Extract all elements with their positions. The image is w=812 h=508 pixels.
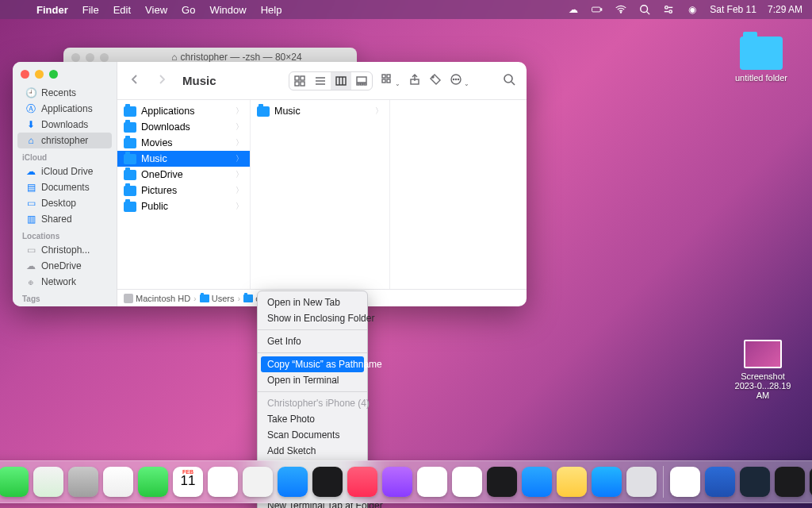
- dock-app-reminders[interactable]: [208, 467, 238, 497]
- path-crumb-users[interactable]: Users: [200, 294, 235, 303]
- terminal-zoom-icon[interactable]: [100, 53, 109, 62]
- dock-app-appletv[interactable]: [312, 467, 343, 497]
- dock-app-preview[interactable]: [278, 467, 308, 497]
- folder-icon: [124, 170, 136, 180]
- sidebar-item-network[interactable]: 🜨Network: [17, 274, 112, 290]
- dock-app-contacts[interactable]: [68, 467, 98, 497]
- view-list-button[interactable]: [310, 72, 331, 90]
- statusbar-time[interactable]: 7:29 AM: [768, 4, 802, 15]
- dock-app-notes[interactable]: [557, 467, 587, 497]
- chevron-right-icon: 〉: [375, 106, 383, 117]
- sidebar-item-home[interactable]: ⌂christopher: [17, 133, 112, 148]
- dock-app-keynote[interactable]: [522, 467, 552, 497]
- document-icon: ▤: [25, 182, 36, 193]
- action-button[interactable]: ⌄: [450, 73, 469, 89]
- svg-point-23: [456, 79, 457, 79]
- column-item-pictures[interactable]: Pictures〉: [117, 183, 250, 198]
- dock-app-calendar[interactable]: FEB11: [173, 467, 203, 497]
- dock-app-messages[interactable]: [0, 467, 29, 497]
- menu-window[interactable]: Window: [209, 4, 246, 16]
- view-columns-button[interactable]: [331, 72, 351, 90]
- menu-edit[interactable]: Edit: [113, 4, 131, 16]
- statusbar-spotlight-icon[interactable]: [638, 3, 651, 16]
- sidebar-item-onedrive[interactable]: ☁OneDrive: [17, 258, 112, 274]
- dock-app-facetime[interactable]: [138, 467, 168, 497]
- ctx-item[interactable]: Open in New Tab: [258, 294, 367, 310]
- sidebar-item-computer[interactable]: ▭Christoph...: [17, 242, 112, 258]
- dock-app-terminal[interactable]: [775, 467, 805, 497]
- sidebar-item-recents[interactable]: 🕘Recents: [17, 85, 112, 101]
- column-item-public[interactable]: Public〉: [117, 198, 250, 214]
- svg-point-2: [621, 12, 622, 13]
- view-switcher: [289, 71, 373, 90]
- nav-back-button[interactable]: [128, 73, 141, 89]
- view-icons-button[interactable]: [289, 72, 310, 90]
- statusbar-date[interactable]: Sat Feb 11: [710, 4, 756, 15]
- dock-app-word[interactable]: [705, 467, 735, 497]
- window-close-button[interactable]: [21, 70, 29, 79]
- sidebar-item-desktop[interactable]: ▭Desktop: [17, 195, 112, 211]
- ctx-item[interactable]: Add Sketch: [258, 443, 367, 459]
- ctx-item[interactable]: Scan Documents: [258, 427, 367, 443]
- share-button[interactable]: [408, 73, 421, 89]
- dock-app-steam[interactable]: [740, 467, 770, 497]
- desktop-folder[interactable]: untitled folder: [730, 37, 793, 83]
- ctx-item[interactable]: Get Info: [258, 333, 367, 349]
- dock-app-settings[interactable]: [626, 467, 657, 497]
- dock-app-appstore[interactable]: [592, 467, 622, 497]
- app-name[interactable]: Finder: [36, 4, 68, 16]
- column-item-music[interactable]: Music〉: [117, 151, 250, 167]
- column-item-applications[interactable]: Applications〉: [117, 103, 250, 119]
- statusbar-battery-icon[interactable]: [591, 3, 603, 16]
- finder-window[interactable]: 🕘Recents ⒶApplications ⬇Downloads ⌂chris…: [13, 62, 527, 306]
- terminal-close-icon[interactable]: [71, 53, 80, 62]
- dock-app-photos[interactable]: [103, 467, 133, 497]
- ctx-item[interactable]: Open in Terminal: [258, 372, 367, 388]
- apple-menu-icon[interactable]: [10, 3, 22, 16]
- ctx-item[interactable]: Take Photo: [258, 411, 367, 427]
- folder-icon: [200, 294, 209, 302]
- menu-view[interactable]: View: [145, 4, 167, 16]
- group-button[interactable]: ⌄: [381, 73, 400, 89]
- column-item-downloads[interactable]: Downloads〉: [117, 119, 250, 135]
- column-item-music[interactable]: Music〉: [251, 103, 389, 119]
- menu-help[interactable]: Help: [261, 4, 282, 16]
- dock-app-music[interactable]: [347, 467, 377, 497]
- tags-button[interactable]: [429, 73, 442, 89]
- screenshot-thumbnail-icon: [744, 340, 782, 368]
- dock-app-textedit[interactable]: [243, 467, 273, 497]
- menu-file[interactable]: File: [82, 4, 99, 16]
- cloud-icon: ☁: [25, 260, 36, 271]
- statusbar-control-center-icon[interactable]: [662, 3, 675, 16]
- dock-app-news[interactable]: [417, 467, 447, 497]
- dock-app-chrome[interactable]: [670, 467, 700, 497]
- ctx-item[interactable]: Show in Enclosing Folder: [258, 310, 367, 326]
- desktop-screenshot[interactable]: Screenshot 2023-0...28.19 AM: [731, 340, 795, 400]
- finder-sidebar: 🕘Recents ⒶApplications ⬇Downloads ⌂chris…: [13, 62, 117, 306]
- sidebar-item-icloud-drive[interactable]: ☁iCloud Drive: [17, 164, 112, 179]
- dock-app-numbers[interactable]: [452, 467, 482, 497]
- column-item-movies[interactable]: Movies〉: [117, 135, 250, 151]
- column-item-onedrive[interactable]: OneDrive〉: [117, 167, 250, 183]
- ctx-item[interactable]: Copy “Music” as Pathname: [261, 356, 364, 372]
- laptop-icon: ▭: [25, 244, 36, 256]
- sidebar-item-documents[interactable]: ▤Documents: [17, 179, 112, 195]
- view-gallery-button[interactable]: [351, 72, 372, 90]
- terminal-minimize-icon[interactable]: [86, 53, 94, 62]
- search-button[interactable]: [503, 73, 515, 89]
- window-zoom-button[interactable]: [49, 70, 58, 79]
- nav-forward-button[interactable]: [155, 73, 168, 89]
- folder-icon: [124, 186, 136, 196]
- dock-app-podcasts[interactable]: [382, 467, 412, 497]
- dock-app-stocks[interactable]: [487, 467, 517, 497]
- sidebar-item-applications[interactable]: ⒶApplications: [17, 101, 112, 117]
- menu-go[interactable]: Go: [182, 4, 195, 16]
- dock-app-maps[interactable]: [33, 467, 63, 497]
- statusbar-cloud-icon[interactable]: ☁: [567, 3, 580, 16]
- path-crumb-disk[interactable]: Macintosh HD: [124, 294, 190, 303]
- sidebar-item-shared[interactable]: ▥Shared: [17, 211, 112, 227]
- sidebar-item-downloads[interactable]: ⬇Downloads: [17, 117, 112, 133]
- statusbar-wifi-icon[interactable]: [615, 3, 627, 16]
- statusbar-siri-icon[interactable]: ◉: [686, 3, 699, 16]
- window-minimize-button[interactable]: [35, 70, 44, 79]
